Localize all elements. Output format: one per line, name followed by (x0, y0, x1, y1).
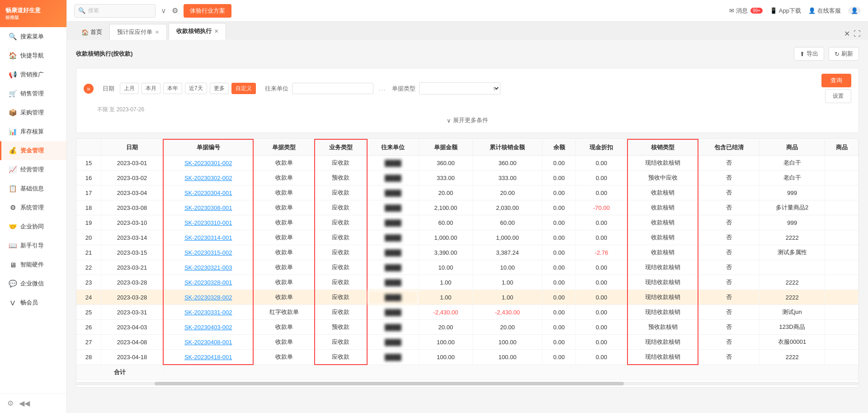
expand-chevron-icon: ∨ (447, 117, 451, 124)
table-cell-2[interactable]: SK-20230302-002 (163, 171, 253, 185)
table-cell-2[interactable]: SK-20230328-001 (163, 275, 253, 290)
table-cell-0: 15 (76, 156, 101, 171)
table-cell-2[interactable]: SK-20230308-001 (163, 200, 253, 215)
sidebar-item-wechat[interactable]: 💬企业微信 (0, 274, 66, 293)
sidebar-label-quick: 快捷导航 (20, 52, 44, 60)
tab-receivable-close[interactable]: ✕ (214, 28, 218, 34)
table-cell-12: 老白干 (759, 171, 825, 185)
table-cell-1: 2023-04-08 (101, 335, 163, 350)
query-button[interactable]: 查询 (821, 74, 851, 87)
message-btn[interactable]: ✉ 消息 99+ (729, 7, 763, 15)
dropdown-icon[interactable]: ∨ (161, 6, 166, 15)
table-cell-9: 0.00 (576, 185, 627, 200)
table-cell-2[interactable]: SK-20230331-002 (163, 305, 253, 320)
date-custom-btn[interactable]: 自定义 (231, 83, 256, 94)
sidebar-item-inventory[interactable]: 📊库存核算 (0, 122, 66, 141)
table-cell-2[interactable]: SK-20230301-002 (163, 156, 253, 171)
sidebar-item-member[interactable]: V畅会员 (0, 293, 66, 312)
table-cell-13 (825, 185, 859, 200)
table-cell-2[interactable]: SK-20230310-001 (163, 215, 253, 230)
sidebar-item-operation[interactable]: 📈经营管理 (0, 160, 66, 179)
tab-pre-sale-close[interactable]: ✕ (155, 29, 159, 35)
tab-fullscreen-icon[interactable]: ⛶ (854, 30, 861, 38)
sidebar-item-system[interactable]: ⚙系统管理 (0, 198, 66, 217)
table-cell-1: 2023-03-04 (101, 185, 163, 200)
table-cell-2[interactable]: SK-20230403-002 (163, 320, 253, 335)
table-scrollbar[interactable] (76, 382, 859, 385)
refresh-button[interactable]: ↻ 刷新 (829, 47, 859, 61)
sidebar-item-enterprise[interactable]: 🤝企业协同 (0, 217, 66, 236)
sidebar-item-quick[interactable]: 🏠快捷导航 (0, 46, 66, 65)
tab-home[interactable]: 🏠 首页 (74, 24, 109, 40)
sidebar-item-marketing[interactable]: 📢营销推广 (0, 65, 66, 84)
data-table-wrap: 日期单据编号单据类型业务类型往来单位单据金额累计核销金额余额现金折扣核销类型包含… (76, 138, 859, 388)
table-cell-9: 0.00 (576, 156, 627, 171)
sidebar-label-search: 搜索菜单 (20, 33, 44, 41)
col-header-9: 现金折扣 (576, 139, 627, 156)
settings-bottom-icon[interactable]: ⚙ (7, 399, 14, 408)
tab-close-all-icon[interactable]: ✕ (844, 29, 850, 38)
table-cell-2[interactable]: SK-20230328-002 (163, 290, 253, 305)
user-avatar[interactable]: 👤 (848, 6, 861, 15)
sidebar-item-search[interactable]: 🔍搜索菜单 (0, 27, 66, 46)
table-cell-4: 应收款 (315, 245, 367, 260)
table-cell-5: ████ (367, 171, 419, 185)
customer-three-dots[interactable]: ... (379, 85, 387, 92)
table-cell-11: 否 (698, 245, 759, 260)
table-cell-4: 应收款 (315, 156, 367, 171)
collapse-icon[interactable]: ◀◀ (19, 399, 30, 408)
table-cell-11: 否 (698, 320, 759, 335)
table-body: 152023-03-01SK-20230301-002收款单应收款████360… (76, 156, 859, 365)
table-cell-2[interactable]: SK-20230304-001 (163, 185, 253, 200)
col-header-6: 单据金额 (419, 139, 473, 156)
tab-receivable-exec[interactable]: 收款核销执行 ✕ (169, 23, 226, 40)
date-more-btn[interactable]: 更多 (210, 83, 229, 94)
bill-type-select[interactable] (419, 82, 500, 95)
table-cell-2[interactable]: SK-20230315-002 (163, 245, 253, 260)
settings-button[interactable]: 设置 (825, 89, 851, 103)
app-download-btn[interactable]: 📱 App下载 (770, 7, 801, 15)
table-cell-13 (825, 245, 859, 260)
sidebar-icon-purchase: 📦 (9, 109, 17, 117)
table-cell-13 (825, 200, 859, 215)
online-service-btn[interactable]: 👤 在线客服 (808, 7, 841, 15)
table-cell-2[interactable]: SK-20230321-003 (163, 260, 253, 275)
date-7days-btn[interactable]: 近7天 (185, 83, 207, 94)
date-this-year-btn[interactable]: 本年 (163, 83, 182, 94)
scrollbar-thumb[interactable] (155, 382, 624, 385)
table-cell-2[interactable]: SK-20230418-001 (163, 350, 253, 365)
sidebar-icon-marketing: 📢 (9, 71, 17, 79)
sidebar-item-sales[interactable]: 🛒销售管理 (0, 84, 66, 103)
sidebar-item-purchase[interactable]: 📦采购管理 (0, 103, 66, 122)
table-cell-3: 收款单 (253, 215, 315, 230)
sidebar-item-basic[interactable]: 📋基础信息 (0, 179, 66, 198)
solution-button[interactable]: 体验行业方案 (184, 4, 231, 18)
topbar-search[interactable]: 🔍 搜索 (74, 4, 156, 18)
table-cell-3: 收款单 (253, 200, 315, 215)
date-this-month-btn[interactable]: 本月 (142, 83, 160, 94)
data-table: 日期单据编号单据类型业务类型往来单位单据金额累计核销金额余额现金折扣核销类型包含… (76, 139, 859, 380)
sidebar-item-hardware[interactable]: 🖥智能硬件 (0, 255, 66, 274)
table-cell-1: 2023-03-14 (101, 230, 163, 245)
filter-expand-arrow[interactable]: » (84, 84, 94, 94)
expand-more-btn[interactable]: ∨ 展开更多条件 (84, 116, 851, 124)
table-cell-9: -2.76 (576, 245, 627, 260)
table-row: 272023-04-08SK-20230408-001收款单应收款████100… (76, 335, 859, 350)
sidebar-item-guide[interactable]: 📖新手引导 (0, 236, 66, 255)
table-cell-1: 2023-03-21 (101, 260, 163, 275)
col-header-1: 日期 (101, 139, 163, 156)
export-button[interactable]: ⬆ 导出 (794, 47, 824, 61)
tab-pre-sale[interactable]: 预计应应付单 ✕ (109, 24, 167, 40)
table-cell-5: ████ (367, 275, 419, 290)
table-cell-10: 收款核销 (627, 230, 698, 245)
table-cell-2[interactable]: SK-20230408-001 (163, 335, 253, 350)
table-cell-2[interactable]: SK-20230314-001 (163, 230, 253, 245)
table-cell-0: 17 (76, 185, 101, 200)
customer-input[interactable] (292, 83, 373, 94)
date-prev-month-btn[interactable]: 上月 (120, 83, 139, 94)
sidebar-item-finance[interactable]: 💰资金管理 (0, 141, 66, 160)
col-header-4: 业务类型 (315, 139, 367, 156)
sidebar-bottom: ⚙ ◀◀ (0, 393, 66, 413)
footer-total-values (163, 365, 858, 380)
gear-icon[interactable]: ⚙ (172, 6, 178, 15)
